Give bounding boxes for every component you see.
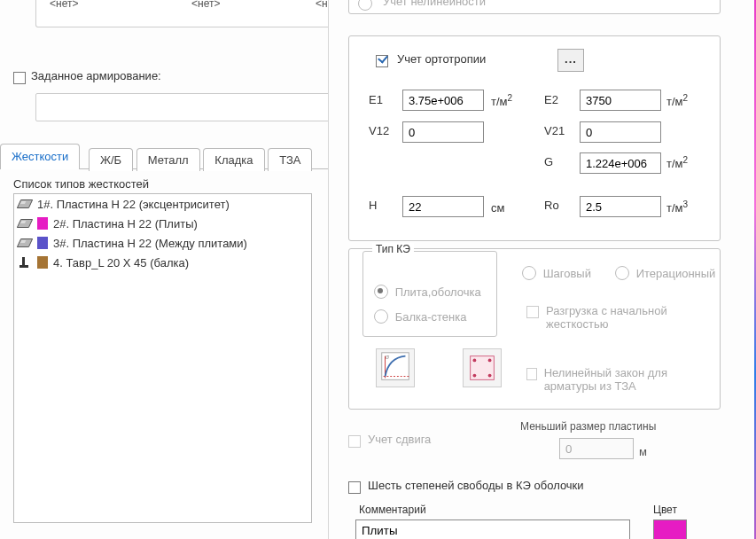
unload-checkbox[interactable] [526, 306, 539, 318]
placeholder-1: <нет> [50, 0, 78, 10]
color-swatch-icon [37, 217, 48, 230]
e1-unit: т/м2 [491, 95, 512, 108]
tab-tza[interactable]: ТЗА [268, 148, 312, 171]
stiffness-list[interactable]: 1#. Пластина H 22 (эксцентриситет) 2#. П… [13, 193, 312, 523]
color-swatch-icon [37, 256, 48, 269]
svg-point-7 [473, 374, 477, 378]
unload-label: Разгрузка с начальной жесткостью [546, 304, 714, 331]
fe-type-subgroup: Тип КЭ Плита,оболочка Балка-стенка [362, 251, 497, 337]
shear-checkbox[interactable] [348, 435, 361, 448]
plate-icon [18, 216, 32, 230]
comment-input[interactable] [355, 519, 630, 539]
color-label: Цвет [653, 504, 677, 516]
h-label: H [369, 199, 377, 212]
svg-point-6 [488, 359, 492, 363]
stiffness-list-header: Список типов жесткостей [13, 177, 149, 191]
e2-input[interactable] [580, 90, 661, 111]
placeholder-2: <нет> [191, 0, 220, 10]
fe-type-wall-radio[interactable] [374, 309, 388, 324]
list-item-label: 2#. Пластина H 22 (Плиты) [53, 217, 198, 230]
preset-armoring-field[interactable] [35, 93, 332, 121]
ro-unit: т/м3 [666, 201, 688, 215]
list-item[interactable]: 4. Тавр_L 20 X 45 (балка) [14, 253, 311, 272]
tab-stiffness[interactable]: Жесткости [0, 144, 80, 169]
orthotropy-label: Учет ортотропии [397, 52, 486, 66]
fe-type-plate-label: Плита,оболочка [395, 285, 481, 299]
nl-rebar-tza-checkbox[interactable] [526, 368, 537, 380]
list-item[interactable]: 1#. Пластина H 22 (эксцентриситет) [14, 194, 311, 214]
orthotropy-more-button[interactable]: ... [557, 49, 584, 72]
stiffness-tabs: Жесткости Ж/Б Металл Кладка ТЗА [0, 144, 328, 169]
fe-method-group: Тип КЭ Плита,оболочка Балка-стенка Шагов… [348, 248, 721, 410]
list-item[interactable]: 3#. Пластина H 22 (Между плитами) [14, 233, 311, 253]
comment-label: Комментарий [359, 504, 426, 516]
list-item-label: 3#. Пластина H 22 (Между плитами) [53, 237, 247, 250]
color-swatch-icon [37, 237, 48, 249]
v21-input[interactable] [580, 121, 661, 143]
v12-input[interactable] [402, 121, 484, 143]
method-step-radio[interactable] [522, 266, 536, 280]
plate-icon [18, 236, 32, 250]
ro-label: Ro [544, 199, 559, 212]
fe-type-wall-label: Балка-стенка [395, 310, 467, 324]
g-input[interactable] [580, 152, 661, 174]
g-label: G [544, 155, 553, 168]
g-unit: т/м2 [666, 157, 688, 170]
method-step-label: Шаговый [543, 267, 591, 280]
e2-label: E2 [544, 93, 558, 106]
preset-armoring-label: Заданное армирование: [31, 69, 161, 82]
v12-label: V12 [369, 124, 389, 137]
list-item-label: 4. Тавр_L 20 X 45 (балка) [53, 256, 189, 270]
nonlinearity-label: Учет нелинейности [383, 0, 486, 8]
rebar-layout-button[interactable] [463, 348, 502, 387]
nl-rebar-tza-label: Нелинейный закон для арматуры из ТЗА [544, 366, 720, 393]
list-item-label: 1#. Пластина H 22 (эксцентриситет) [37, 198, 230, 211]
svg-point-5 [473, 359, 477, 363]
orthotropy-checkbox[interactable] [376, 55, 388, 67]
fe-type-plate-radio[interactable] [374, 285, 388, 299]
tab-rc[interactable]: Ж/Б [89, 148, 133, 171]
e1-input[interactable] [402, 90, 484, 111]
method-iter-radio[interactable] [615, 266, 629, 280]
six-dof-label: Шесть степеней свободы в КЭ оболочки [368, 479, 584, 492]
svg-text:σ: σ [386, 353, 390, 361]
list-item[interactable]: 2#. Пластина H 22 (Плиты) [14, 214, 311, 233]
tee-section-icon [18, 255, 32, 270]
top-selection-box: <нет> <нет> <нет> [35, 0, 332, 27]
color-swatch-button[interactable] [653, 519, 687, 539]
tab-masonry[interactable]: Кладка [203, 148, 264, 171]
v21-label: V21 [544, 124, 565, 137]
min-plate-size-label: Меньший размер пластины [520, 420, 656, 433]
fe-type-title: Тип КЭ [372, 243, 414, 255]
svg-point-8 [488, 374, 492, 378]
min-plate-size-unit: м [639, 445, 647, 458]
stress-strain-curve-button[interactable]: σ [376, 348, 415, 387]
nonlinearity-radio[interactable] [358, 0, 372, 11]
method-iter-label: Итерационный [636, 267, 716, 280]
e2-unit: т/м2 [666, 95, 688, 108]
orthotropy-group: Учет ортотропии ... E1 т/м2 E2 т/м2 V12 … [348, 35, 721, 241]
plate-icon [18, 197, 32, 211]
ro-input[interactable] [580, 196, 661, 217]
tab-metal[interactable]: Металл [136, 148, 200, 171]
six-dof-checkbox[interactable] [348, 481, 361, 494]
min-plate-size-input[interactable] [559, 438, 634, 459]
e1-label: E1 [369, 93, 383, 106]
shear-label: Учет сдвига [368, 433, 431, 446]
preset-armoring-checkbox[interactable] [13, 72, 26, 84]
h-input[interactable] [402, 196, 484, 217]
h-unit: см [491, 201, 504, 215]
nonlinearity-group: Учет нелинейности [348, 0, 721, 14]
